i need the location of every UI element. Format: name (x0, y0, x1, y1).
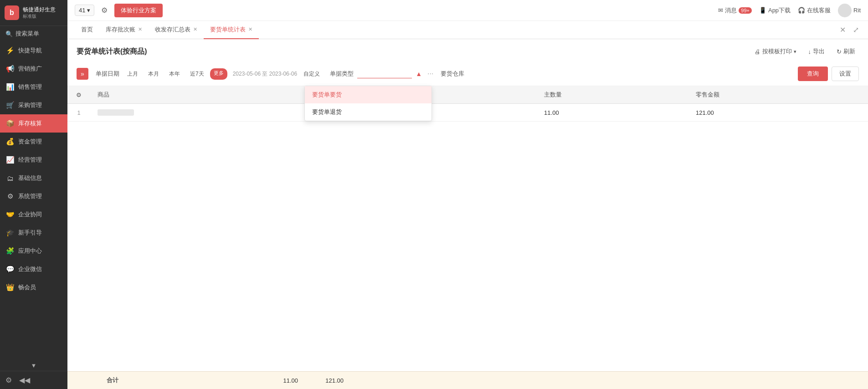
sidebar-nav: ⚡ 快捷导航 📢 营销推广 📊 销售管理 🛒 采购管理 📦 库存核算 💰 资金管… (0, 41, 67, 360)
finance-icon: 💰 (5, 137, 15, 146)
online-service-btn[interactable]: 🎧 在线客服 (798, 6, 831, 15)
message-icon: ✉ (718, 7, 723, 14)
tab-close-btn[interactable]: ✕ (838, 24, 847, 36)
footer-label: 合计 (107, 376, 143, 384)
sidebar-item-marketing[interactable]: 📢 营销推广 (0, 60, 67, 78)
filter-settings-btn[interactable]: 设置 (832, 67, 859, 81)
custom-date-btn[interactable]: 自定义 (301, 69, 323, 79)
sidebar-item-label: 库存核算 (18, 119, 42, 128)
tab-order-stats-close[interactable]: ✕ (248, 26, 252, 32)
sidebar-item-label: 新手引导 (18, 229, 42, 237)
sidebar-item-finance[interactable]: 💰 资金管理 (0, 133, 67, 151)
tab-order-stats[interactable]: 要货单统计表 ✕ (204, 21, 259, 39)
sidebar-item-label: 销售管理 (18, 83, 42, 91)
store-name: 41 (79, 7, 85, 14)
table-header-row: ⚙ 商品 主计量单位 主数量 零售金额 (67, 86, 868, 104)
export-label: 导出 (813, 47, 825, 56)
footer-collapse-icon[interactable]: ◀◀ (19, 376, 30, 384)
sidebar-item-label: 经营管理 (18, 156, 42, 164)
print-arrow-icon: ▾ (794, 49, 796, 55)
filter-bar: » 单据日期 上月 本月 本年 近7天 更多 2023-05-06 至 2023… (67, 62, 868, 86)
tab-inventory-batch-close[interactable]: ✕ (138, 26, 142, 32)
date-range-display: 2023-05-06 至 2023-06-06 (233, 70, 297, 78)
user-name: Rit (853, 7, 861, 14)
search-icon: 🔍 (5, 31, 13, 37)
table-row: 1 块 11.00 121.00 (67, 104, 868, 122)
date-btn-7days[interactable]: 近7天 (186, 68, 208, 80)
page-header: 要货单统计表(按商品) 🖨 按模板打印 ▾ ↓ 导出 ↻ 刷新 (67, 39, 868, 62)
user-profile-btn[interactable]: Rit (838, 4, 861, 17)
marketing-icon: 📢 (5, 64, 15, 73)
type-filter-more[interactable]: ··· (427, 70, 433, 78)
tab-inventory-batch[interactable]: 库存批次账 ✕ (99, 21, 149, 39)
sidebar-scroll-down[interactable]: ▼ (0, 360, 67, 371)
tab-receipt-summary-close[interactable]: ✕ (193, 26, 197, 32)
tab-receipt-summary[interactable]: 收发存汇总表 ✕ (149, 21, 204, 39)
product-name-cell (98, 109, 322, 116)
dropdown-item-order-goods[interactable]: 要货单要货 (305, 86, 431, 103)
sidebar-item-label: 应用中心 (18, 247, 42, 255)
sidebar-search[interactable]: 🔍 搜索菜单 (0, 26, 67, 41)
sidebar-item-label: 企业微信 (18, 265, 42, 273)
basic-icon: 🗂 (5, 174, 15, 183)
table-empty-area (67, 122, 868, 371)
sidebar-logo: b 畅捷通好生意 标准版 (0, 0, 67, 26)
sidebar-item-purchase[interactable]: 🛒 采购管理 (0, 96, 67, 114)
type-filter-arrow[interactable]: ▲ (416, 70, 422, 77)
query-btn[interactable]: 查询 (798, 67, 828, 81)
sidebar-item-guide[interactable]: 🎓 新手引导 (0, 224, 67, 242)
purchase-icon: 🛒 (5, 101, 15, 110)
avatar (838, 4, 852, 17)
member-icon: 👑 (5, 283, 15, 292)
sidebar-item-quick-nav[interactable]: ⚡ 快捷导航 (0, 41, 67, 60)
sidebar-item-inventory[interactable]: 📦 库存核算 (0, 114, 67, 133)
col-settings: ⚙ (67, 86, 90, 104)
sidebar-item-wechat[interactable]: 💬 企业微信 (0, 260, 67, 278)
filter-actions: 查询 设置 (798, 67, 859, 81)
date-btn-more[interactable]: 更多 (210, 68, 227, 80)
app-download-btn[interactable]: 📱 App下载 (759, 6, 791, 15)
top-header: 41 ▾ ⚙ 体验行业方案 ✉ 消息 99+ 📱 App下载 🎧 在线客服 (67, 0, 868, 21)
sidebar-item-basic[interactable]: 🗂 基础信息 (0, 169, 67, 187)
refresh-btn[interactable]: ↻ 刷新 (833, 46, 859, 57)
tab-receipt-summary-label: 收发存汇总表 (155, 26, 190, 34)
sidebar-item-sales[interactable]: 📊 销售管理 (0, 78, 67, 96)
table-settings-icon[interactable]: ⚙ (76, 92, 82, 98)
sidebar-item-system[interactable]: ⚙ 系统管理 (0, 187, 67, 205)
footer-amount: 121.00 (307, 377, 344, 384)
sidebar-item-label: 采购管理 (18, 101, 42, 109)
tab-home[interactable]: 首页 (75, 21, 99, 39)
tab-expand-btn[interactable]: ⤢ (851, 24, 861, 36)
quick-nav-icon: ⚡ (5, 46, 15, 55)
print-btn[interactable]: 🖨 按模板打印 ▾ (751, 46, 800, 57)
message-label: 消息 (725, 6, 737, 15)
cell-amount: 121.00 (688, 104, 868, 122)
sidebar-footer: ⚙ ◀◀ (0, 371, 67, 389)
date-btn-this-month[interactable]: 本月 (144, 68, 163, 80)
header-settings-btn[interactable]: ⚙ (98, 4, 111, 17)
footer-settings-icon[interactable]: ⚙ (5, 376, 12, 384)
sidebar-item-member[interactable]: 👑 畅会员 (0, 278, 67, 297)
store-selector[interactable]: 41 ▾ (75, 5, 94, 16)
guide-icon: 🎓 (5, 228, 15, 237)
sidebar-item-app-center[interactable]: 🧩 应用中心 (0, 242, 67, 260)
search-label: 搜索菜单 (15, 30, 39, 38)
sidebar-item-operations[interactable]: 📈 经营管理 (0, 151, 67, 169)
tab-bar-right: ✕ ⤢ (838, 24, 861, 36)
date-btn-last-month[interactable]: 上月 (123, 68, 142, 80)
type-filter-input[interactable] (357, 69, 412, 78)
filter-toggle-btn[interactable]: » (77, 68, 88, 80)
tab-home-label: 首页 (81, 26, 93, 34)
cell-qty: 11.00 (537, 104, 688, 122)
sidebar-item-cooperation[interactable]: 🤝 企业协同 (0, 205, 67, 224)
footer-qty: 11.00 (262, 377, 298, 384)
export-btn[interactable]: ↓ 导出 (805, 46, 829, 57)
table-body: 1 块 11.00 121.00 (67, 104, 868, 122)
dropdown-item-order-return[interactable]: 要货单退货 (305, 103, 431, 121)
page-title: 要货单统计表(按商品) (77, 47, 147, 56)
table-footer: 合计 11.00 121.00 (67, 371, 868, 389)
trial-btn[interactable]: 体验行业方案 (114, 4, 163, 17)
message-btn[interactable]: ✉ 消息 99+ (718, 6, 752, 15)
cell-product (90, 104, 329, 122)
date-btn-this-year[interactable]: 本年 (165, 68, 184, 80)
